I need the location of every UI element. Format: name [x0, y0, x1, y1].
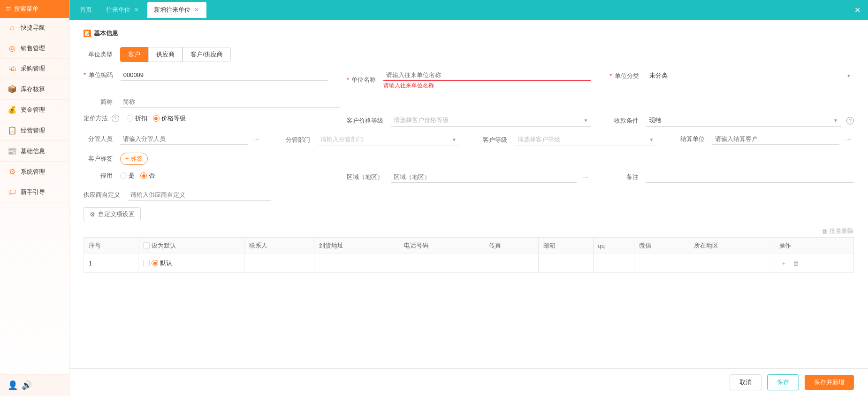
required-star2: *: [347, 76, 349, 83]
add-row-button[interactable]: ＋: [779, 258, 789, 269]
settlement-unit-input[interactable]: [712, 133, 840, 145]
unit-name-error: 请输入往来单位名称: [383, 82, 591, 90]
tab-tradepartner[interactable]: 往来单位 ✕: [99, 2, 146, 18]
row-default-radio[interactable]: 默认: [152, 259, 172, 267]
cancel-button[interactable]: 取消: [730, 374, 761, 390]
window-close[interactable]: ✕: [851, 4, 864, 16]
sidebar-label-quicknav: 快捷导航: [21, 23, 45, 32]
unit-name-input[interactable]: [383, 70, 591, 81]
pricing-method-field: 定价方法 ? 折扣 价格等级: [84, 114, 328, 123]
unit-type-both[interactable]: 客户/供应商: [183, 47, 231, 62]
sidebar-search[interactable]: ☰ 搜索菜单: [0, 0, 69, 18]
chevron-down-icon2: ▼: [583, 118, 588, 123]
region-input[interactable]: [391, 171, 577, 183]
remark-field: 备注: [609, 171, 854, 183]
tags-label: 客户标签: [84, 155, 116, 163]
unit-code-input[interactable]: [121, 70, 328, 81]
disabled-no[interactable]: 否: [140, 171, 155, 180]
tab-newtradepartner[interactable]: 新增往来单位 ✕: [147, 2, 206, 18]
main-area: 首页 往来单位 ✕ 新增往来单位 ✕ ✕ 📝 基本信息 单位类型 客户 供应商 …: [69, 0, 868, 396]
col-email: 邮箱: [539, 238, 593, 254]
cell-fax: [484, 254, 538, 273]
settlement-unit-field: 结算单位 ···: [676, 133, 854, 145]
col-default: 设为默认: [138, 238, 244, 254]
customer-level-label: 客户等级: [478, 136, 511, 144]
sidebar-label-purchase: 采购管理: [21, 64, 45, 73]
sidebar-item-purchase[interactable]: 🛍 采购管理: [0, 59, 69, 79]
sidebar-item-sysadmin[interactable]: ⚙ 系统管理: [0, 162, 69, 182]
save-button[interactable]: 保存: [767, 374, 799, 390]
delete-row-button[interactable]: 🗑: [791, 258, 801, 268]
disabled-no-label: 否: [149, 171, 155, 180]
cell-phone: [399, 254, 484, 273]
pricing-discount[interactable]: 折扣: [127, 114, 147, 123]
add-tag-button[interactable]: + 标签: [120, 153, 148, 165]
sidebar-label-sales: 销售管理: [21, 44, 45, 53]
pricing-pricelevel[interactable]: 价格等级: [153, 114, 186, 123]
settlement-unit-ellipsis[interactable]: ···: [843, 135, 854, 143]
dept-select[interactable]: 请输入分管部门 ▼: [318, 133, 460, 146]
remark-input[interactable]: [646, 171, 854, 183]
unit-type-supplier[interactable]: 供应商: [148, 47, 183, 62]
sysadmin-icon: ⚙: [8, 167, 17, 176]
default-label: 默认: [160, 259, 172, 267]
dept-field: 分管部门 请输入分管部门 ▼: [281, 133, 460, 146]
sidebar-search-label: 搜索菜单: [14, 5, 38, 13]
radio-yes-circle: [120, 172, 127, 179]
sidebar-label-finance: 资金管理: [21, 106, 45, 114]
sidebar-item-operations[interactable]: 📋 经营管理: [0, 120, 69, 141]
sidebar-item-basicinfo[interactable]: 📰 基础信息: [0, 141, 69, 162]
customer-price-level-select[interactable]: 请选择客户价格等级 ▼: [391, 114, 591, 127]
payment-terms-help-icon[interactable]: ?: [846, 117, 854, 124]
disabled-yes-label: 是: [129, 171, 135, 180]
row-codes: * 单位编码 * 单位名称 请输入往来单位名称 *: [84, 70, 854, 90]
cell-default: 默认: [138, 254, 244, 273]
default-radio-circle: [152, 260, 158, 266]
unit-category-label: * 单位分类: [609, 72, 643, 80]
cell-index: 1: [84, 254, 138, 273]
delete-icon: 🗑: [822, 228, 828, 235]
footer: 取消 保存 保存并新增: [69, 368, 868, 396]
row-checkbox[interactable]: [143, 260, 150, 266]
region-ellipsis[interactable]: ···: [580, 173, 591, 181]
sidebar-item-sales[interactable]: ◎ 销售管理: [0, 38, 69, 59]
tab-bar: 首页 往来单位 ✕ 新增往来单位 ✕ ✕: [69, 0, 868, 20]
pricing-help-icon[interactable]: ?: [112, 115, 119, 122]
unit-name-label: * 单位名称: [347, 76, 380, 84]
select-all-checkbox[interactable]: [143, 242, 150, 249]
manager-ellipsis[interactable]: ···: [251, 135, 262, 143]
radio-pricelevel-circle: [153, 115, 160, 122]
sales-icon: ◎: [8, 44, 17, 53]
sidebar-item-finance[interactable]: 💰 资金管理: [0, 100, 69, 120]
inventory-icon: 📦: [8, 85, 17, 93]
cell-action: ＋ 🗑: [774, 254, 853, 273]
supplier-custom-input[interactable]: [128, 189, 271, 201]
tab-newtradepartner-close[interactable]: ✕: [193, 6, 200, 14]
sidebar-item-newguide[interactable]: 🏷 新手引导: [0, 182, 69, 202]
tab-tradepartner-close[interactable]: ✕: [133, 6, 140, 14]
unit-category-select[interactable]: 未分类 ▼: [647, 70, 854, 82]
unit-type-customer[interactable]: 客户: [120, 47, 148, 62]
batch-delete-label[interactable]: 批量删除: [830, 227, 854, 235]
custom-settings-button[interactable]: ⚙ 自定义项设置: [84, 207, 141, 221]
cell-email: [539, 254, 593, 273]
sidebar-item-quicknav[interactable]: ⌂ 快捷导航: [0, 18, 69, 38]
row-shortname: 简称: [84, 96, 854, 108]
customer-level-select[interactable]: 请选择客户等级 ▼: [515, 133, 657, 146]
basicinfo-icon: 📰: [8, 147, 17, 155]
tab-home[interactable]: 首页: [73, 2, 99, 18]
short-name-field: 简称: [84, 96, 340, 108]
section-icon: 📝: [84, 30, 91, 37]
short-name-input[interactable]: [120, 96, 340, 108]
disabled-yes[interactable]: 是: [120, 171, 135, 180]
save-new-button[interactable]: 保存并新增: [805, 375, 854, 390]
sidebar-item-inventory[interactable]: 📦 库存核算: [0, 79, 69, 100]
unit-name-wrap: 请输入往来单位名称: [383, 70, 591, 90]
manager-input[interactable]: [120, 133, 248, 145]
col-qq: qq: [593, 238, 634, 254]
payment-terms-select[interactable]: 现结 ▼: [646, 114, 841, 127]
pricing-pricelevel-label: 价格等级: [161, 114, 186, 123]
sidebar-label-basicinfo: 基础信息: [21, 147, 45, 155]
manager-label: 分管人员: [84, 135, 116, 143]
sidebar: ☰ 搜索菜单 ⌂ 快捷导航 ◎ 销售管理 🛍 采购管理 📦 库存核算 💰 资金管…: [0, 0, 69, 396]
